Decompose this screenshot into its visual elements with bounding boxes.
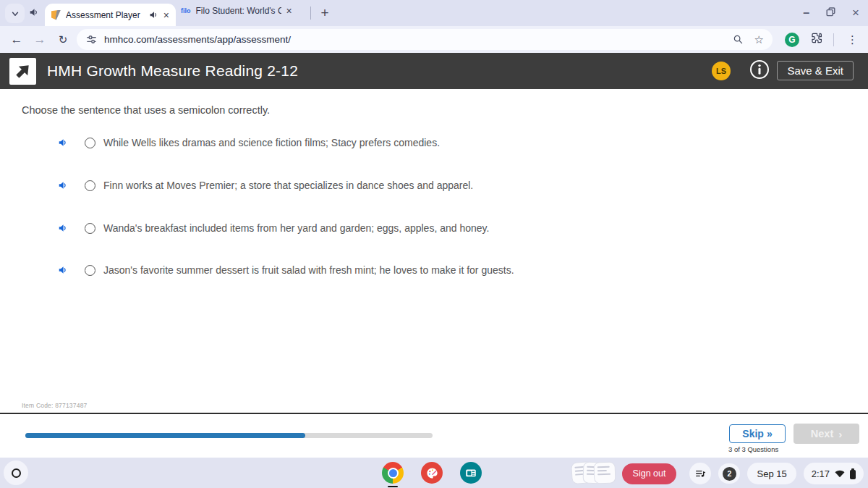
reload-button[interactable]: ↻ <box>52 26 74 53</box>
minimize-icon[interactable]: – <box>803 7 809 20</box>
tab-assessment-player[interactable]: Assessment Player × <box>45 4 176 26</box>
new-tab-button[interactable]: + <box>315 4 334 22</box>
notification-counter[interactable]: 2 <box>718 463 740 484</box>
question-area: Choose the sentence that uses a semicolo… <box>0 89 868 413</box>
media-queue-icon <box>694 468 706 479</box>
wifi-icon <box>835 468 845 479</box>
tab-audio-icon[interactable] <box>149 10 158 20</box>
option-audio-icon[interactable] <box>58 138 68 148</box>
next-label: Next <box>811 428 833 439</box>
hmh-favicon-icon <box>51 10 61 20</box>
item-code: Item Code: 877137487 <box>22 402 87 409</box>
browser-tab-strip: Assessment Player × filo Filo Student: W… <box>0 0 868 26</box>
browser-menu-icon[interactable]: ⋮ <box>844 33 861 46</box>
tab-filo-student[interactable]: filo Filo Student: World's Only Live × <box>181 6 305 16</box>
answer-option[interactable]: Jason's favorite summer dessert is fruit… <box>58 262 514 278</box>
progress-fill <box>25 433 305 438</box>
launcher-icon <box>12 468 21 478</box>
preview-thumbnail <box>593 461 616 484</box>
sign-out-button[interactable]: Sign out <box>622 463 677 484</box>
address-bar[interactable]: hmhco.com/assessments/app/assessment/ ☆ <box>77 29 773 50</box>
skip-chevrons-icon: » <box>767 428 773 439</box>
launcher-button[interactable] <box>4 460 28 485</box>
tab-close-icon[interactable]: × <box>286 6 292 16</box>
next-chevron-icon: › <box>838 428 842 440</box>
extensions-area: G ⋮ <box>785 26 861 53</box>
url-text[interactable]: hmhco.com/assessments/app/assessment/ <box>104 34 733 45</box>
option-text: While Wells likes dramas and science fic… <box>103 137 440 148</box>
option-radio[interactable] <box>85 223 95 234</box>
window-preview-thumbnails[interactable] <box>571 462 615 485</box>
option-audio-icon[interactable] <box>58 223 68 233</box>
zoom-icon[interactable] <box>733 34 744 45</box>
save-and-exit-button[interactable]: Save & Exit <box>777 61 854 80</box>
option-radio[interactable] <box>85 180 95 191</box>
strip-speaker-icon[interactable] <box>29 7 39 20</box>
tab-title: Filo Student: World's Only Live <box>196 6 281 16</box>
browser-toolbar: ← → ↻ hmhco.com/assessments/app/assessme… <box>0 26 868 53</box>
canvas-palette-icon[interactable] <box>421 462 443 484</box>
grammarly-icon[interactable]: G <box>785 33 799 47</box>
date-display[interactable]: Sep 15 <box>747 463 796 484</box>
assessment-title: HMH Growth Measure Reading 2-12 <box>47 62 298 80</box>
answer-option[interactable]: While Wells likes dramas and science fic… <box>58 135 440 151</box>
battery-icon <box>850 470 856 479</box>
progress-bar <box>25 433 433 438</box>
tab-close-icon[interactable]: × <box>163 10 169 20</box>
active-app-indicator <box>388 486 398 488</box>
avatar[interactable]: LS <box>712 62 731 80</box>
status-tray[interactable]: 2:17 <box>804 463 864 484</box>
window-controls: – × <box>803 0 859 26</box>
answer-option[interactable]: Finn works at Moves Premier; a store tha… <box>58 177 473 193</box>
site-info-icon[interactable] <box>85 33 98 46</box>
notification-count: 2 <box>723 467 736 481</box>
screen: Assessment Player × filo Filo Student: W… <box>0 0 868 488</box>
answer-option[interactable]: Wanda's breakfast included items from he… <box>58 220 489 236</box>
chevron-down-icon <box>11 9 20 18</box>
bookmark-star-icon[interactable]: ☆ <box>754 33 764 46</box>
filo-favicon-icon: filo <box>181 7 191 14</box>
back-button[interactable]: ← <box>6 26 27 53</box>
info-icon[interactable] <box>749 59 770 80</box>
close-icon[interactable]: × <box>852 6 859 20</box>
question-text: Choose the sentence that uses a semicolo… <box>22 104 270 116</box>
tab-search-button[interactable] <box>5 4 25 23</box>
media-controls-button[interactable] <box>689 463 711 484</box>
forward-button[interactable]: → <box>29 26 51 53</box>
chromeos-shelf: Sign out 2 Sep 15 2:17 <box>0 458 868 488</box>
news-cards-icon[interactable] <box>460 462 482 484</box>
next-button[interactable]: Next› <box>793 424 859 444</box>
hmh-logo <box>9 58 36 85</box>
questions-counter: 3 of 3 Questions <box>728 445 778 453</box>
option-text: Finn works at Moves Premier; a store tha… <box>103 180 473 191</box>
option-audio-icon[interactable] <box>58 180 68 190</box>
skip-button[interactable]: Skip» <box>729 424 786 443</box>
shelf-apps <box>382 462 482 484</box>
tab-divider <box>310 7 311 20</box>
tab-title: Assessment Player <box>66 10 144 20</box>
clock: 2:17 <box>812 468 830 479</box>
option-text: Wanda's breakfast included items from he… <box>103 222 489 234</box>
option-audio-icon[interactable] <box>58 265 68 275</box>
toolbar-divider <box>833 33 834 46</box>
assessment-header: HMH Growth Measure Reading 2-12 LS Save … <box>0 53 868 89</box>
option-radio[interactable] <box>85 138 95 148</box>
chrome-icon[interactable] <box>382 462 404 484</box>
option-text: Jason's favorite summer dessert is fruit… <box>103 264 514 276</box>
option-radio[interactable] <box>85 265 95 276</box>
shelf-status-area: Sign out 2 Sep 15 2:17 <box>571 462 864 485</box>
extensions-puzzle-icon[interactable] <box>809 31 823 48</box>
skip-label: Skip <box>742 428 764 439</box>
assessment-footer: Skip» Next› 3 of 3 Questions <box>0 414 868 458</box>
restore-icon[interactable] <box>826 7 835 20</box>
